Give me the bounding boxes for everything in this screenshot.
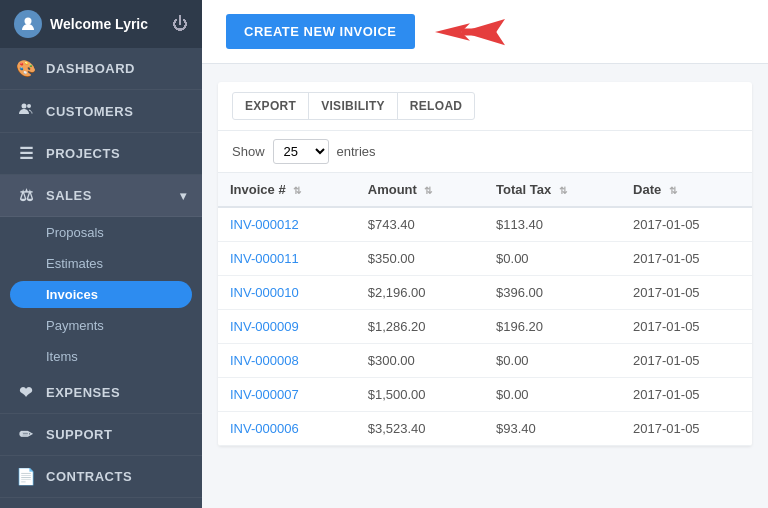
sidebar-item-proposals[interactable]: Proposals [0, 217, 202, 248]
invoice-cell: INV-000012 [218, 207, 356, 242]
arrow-indicator [435, 17, 505, 47]
sidebar-item-label: CONTRACTS [46, 469, 132, 484]
invoice-cell: INV-000011 [218, 242, 356, 276]
sidebar-item-projects[interactable]: ☰ PROJECTS [0, 133, 202, 175]
date-cell: 2017-01-05 [621, 378, 752, 412]
sidebar-item-payments[interactable]: Payments [0, 310, 202, 341]
invoice-cell: INV-000007 [218, 378, 356, 412]
amount-cell: $3,523.40 [356, 412, 484, 446]
date-cell: 2017-01-05 [621, 310, 752, 344]
sidebar-header: Welcome Lyric ⏻ [0, 0, 202, 48]
total-tax-cell: $0.00 [484, 378, 621, 412]
amount-cell: $300.00 [356, 344, 484, 378]
sort-icon[interactable]: ⇅ [559, 185, 567, 196]
sidebar-item-label: PROJECTS [46, 146, 120, 161]
sidebar-header-left: Welcome Lyric [14, 10, 148, 38]
table-row: INV-000012 $743.40 $113.40 2017-01-05 [218, 207, 752, 242]
svg-rect-5 [461, 28, 496, 35]
table-row: INV-000006 $3,523.40 $93.40 2017-01-05 [218, 412, 752, 446]
entries-row: Show 25 50 100 entries [218, 131, 752, 173]
table-row: INV-000009 $1,286.20 $196.20 2017-01-05 [218, 310, 752, 344]
sidebar-item-label: SUPPORT [46, 427, 112, 442]
amount-cell: $350.00 [356, 242, 484, 276]
svg-point-2 [27, 104, 31, 108]
total-tax-cell: $396.00 [484, 276, 621, 310]
entries-select[interactable]: 25 50 100 [273, 139, 329, 164]
invoice-link[interactable]: INV-000006 [230, 421, 299, 436]
amount-cell: $1,286.20 [356, 310, 484, 344]
table-row: INV-000011 $350.00 $0.00 2017-01-05 [218, 242, 752, 276]
invoice-link[interactable]: INV-000009 [230, 319, 299, 334]
sales-sub-menu: Proposals Estimates Invoices Payments It… [0, 217, 202, 372]
table-card: EXPORT VISIBILITY RELOAD Show 25 50 100 … [218, 82, 752, 446]
date-cell: 2017-01-05 [621, 344, 752, 378]
invoice-cell: INV-000008 [218, 344, 356, 378]
sidebar-item-estimates[interactable]: Estimates [0, 248, 202, 279]
col-header-amount: Amount ⇅ [356, 173, 484, 207]
sort-icon[interactable]: ⇅ [669, 185, 677, 196]
sidebar-item-label: DASHBOARD [46, 61, 135, 76]
power-icon[interactable]: ⏻ [172, 15, 188, 33]
sidebar-item-customers[interactable]: CUSTOMERS [0, 90, 202, 133]
total-tax-cell: $0.00 [484, 242, 621, 276]
table-row: INV-000008 $300.00 $0.00 2017-01-05 [218, 344, 752, 378]
visibility-button[interactable]: VISIBILITY [308, 92, 398, 120]
sidebar-item-label: SALES [46, 188, 92, 203]
amount-cell: $1,500.00 [356, 378, 484, 412]
sidebar: Welcome Lyric ⏻ 🎨 DASHBOARD CUSTOMERS ☰ … [0, 0, 202, 508]
customers-icon [16, 101, 36, 121]
sidebar-item-contracts[interactable]: 📄 CONTRACTS [0, 456, 202, 498]
sidebar-item-dashboard[interactable]: 🎨 DASHBOARD [0, 48, 202, 90]
top-bar: CREATE NEW INVOICE [202, 0, 768, 64]
sidebar-item-invoices[interactable]: Invoices [10, 281, 192, 308]
reload-button[interactable]: RELOAD [397, 92, 475, 120]
welcome-title: Welcome Lyric [50, 16, 148, 32]
sidebar-item-items[interactable]: Items [0, 341, 202, 372]
total-tax-cell: $196.20 [484, 310, 621, 344]
invoice-link[interactable]: INV-000008 [230, 353, 299, 368]
col-header-date: Date ⇅ [621, 173, 752, 207]
projects-icon: ☰ [16, 144, 36, 163]
sort-icon[interactable]: ⇅ [293, 185, 301, 196]
svg-point-0 [25, 18, 32, 25]
user-icon [14, 10, 42, 38]
create-invoice-button[interactable]: CREATE NEW INVOICE [226, 14, 415, 49]
export-button[interactable]: EXPORT [232, 92, 309, 120]
invoice-cell: INV-000009 [218, 310, 356, 344]
dashboard-icon: 🎨 [16, 59, 36, 78]
invoice-link[interactable]: INV-000011 [230, 251, 299, 266]
content-area: EXPORT VISIBILITY RELOAD Show 25 50 100 … [202, 64, 768, 508]
invoice-link[interactable]: INV-000010 [230, 285, 299, 300]
table-row: INV-000010 $2,196.00 $396.00 2017-01-05 [218, 276, 752, 310]
invoice-link[interactable]: INV-000012 [230, 217, 299, 232]
date-cell: 2017-01-05 [621, 207, 752, 242]
total-tax-cell: $113.40 [484, 207, 621, 242]
date-cell: 2017-01-05 [621, 242, 752, 276]
invoice-cell: INV-000010 [218, 276, 356, 310]
contracts-icon: 📄 [16, 467, 36, 486]
table-toolbar: EXPORT VISIBILITY RELOAD [218, 82, 752, 131]
invoice-link[interactable]: INV-000007 [230, 387, 299, 402]
entries-label: entries [337, 144, 376, 159]
amount-cell: $2,196.00 [356, 276, 484, 310]
table-row: INV-000007 $1,500.00 $0.00 2017-01-05 [218, 378, 752, 412]
sidebar-item-label: EXPENSES [46, 385, 120, 400]
support-icon: ✏ [16, 425, 36, 444]
table-header-row: Invoice # ⇅ Amount ⇅ Total Tax ⇅ Date [218, 173, 752, 207]
expenses-icon: ❤ [16, 383, 36, 402]
date-cell: 2017-01-05 [621, 276, 752, 310]
sort-icon[interactable]: ⇅ [424, 185, 432, 196]
main-content: CREATE NEW INVOICE EXPORT VISIBILITY REL… [202, 0, 768, 508]
amount-cell: $743.40 [356, 207, 484, 242]
col-header-invoice: Invoice # ⇅ [218, 173, 356, 207]
sidebar-item-support[interactable]: ✏ SUPPORT [0, 414, 202, 456]
date-cell: 2017-01-05 [621, 412, 752, 446]
sidebar-item-sales[interactable]: ⚖ SALES ▾ [0, 175, 202, 217]
sidebar-item-label: CUSTOMERS [46, 104, 133, 119]
chevron-down-icon: ▾ [180, 189, 187, 203]
total-tax-cell: $0.00 [484, 344, 621, 378]
invoice-cell: INV-000006 [218, 412, 356, 446]
invoices-table: Invoice # ⇅ Amount ⇅ Total Tax ⇅ Date [218, 173, 752, 446]
show-label: Show [232, 144, 265, 159]
sidebar-item-expenses[interactable]: ❤ EXPENSES [0, 372, 202, 414]
